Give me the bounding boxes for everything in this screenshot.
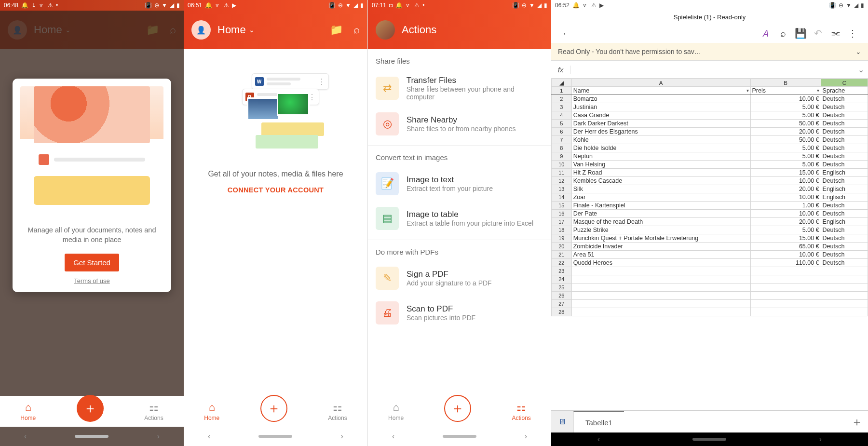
cell-lang[interactable]: Deutsch — [821, 136, 868, 144]
table-row[interactable]: 4 Casa Grande 5.00 € Deutsch — [552, 111, 868, 120]
cell-lang[interactable]: Deutsch — [821, 95, 868, 103]
cell[interactable] — [571, 275, 750, 284]
cell-price[interactable]: 5.00 € — [750, 144, 821, 152]
filter-icon[interactable]: ▾ — [746, 88, 749, 93]
nav-actions[interactable]: ⚏ Actions — [328, 401, 347, 421]
table-row[interactable]: 5 Dark Darker Darkest 50.00 € Deutsch — [552, 120, 868, 128]
action-sign-pdf[interactable]: ✎ Sign a PDF Add your signature to a PDF — [368, 261, 551, 296]
rownum[interactable]: 11 — [552, 169, 572, 177]
rownum[interactable]: 24 — [552, 275, 572, 284]
table-row[interactable]: 20 Zombicide Invader 65.00 € Deutsch — [552, 243, 868, 251]
table-row[interactable]: 19 Munchkin Quest + Portale Mortale Erwe… — [552, 234, 868, 243]
undo-icon[interactable]: ↶ — [809, 27, 827, 39]
back-icon[interactable]: ‹ — [24, 432, 27, 441]
rownum[interactable]: 2 — [552, 95, 572, 103]
cell[interactable] — [750, 275, 821, 284]
rownum[interactable]: 19 — [552, 234, 572, 243]
cell-name[interactable]: Die holde Isolde — [571, 144, 750, 152]
nav-home[interactable]: ⌂ Home — [388, 401, 404, 421]
table-row[interactable]: 26 — [552, 292, 868, 300]
cell-price[interactable]: 5.00 € — [750, 161, 821, 169]
cell-price[interactable]: 5.00 € — [750, 226, 821, 234]
cell[interactable] — [821, 267, 868, 275]
home-pill[interactable] — [692, 438, 726, 441]
recent-icon[interactable]: › — [341, 432, 343, 441]
filter-icon[interactable]: ▾ — [817, 88, 819, 93]
share-icon[interactable]: ⫘ — [827, 28, 844, 39]
rownum[interactable]: 1 — [552, 87, 572, 95]
cell-price[interactable]: 110.00 € — [750, 259, 821, 267]
table-row[interactable]: 22 Quodd Heroes 110.00 € Deutsch — [552, 259, 868, 267]
nav-home[interactable]: ⌂ Home — [20, 401, 36, 421]
cell-lang[interactable]: Englisch — [821, 218, 868, 226]
table-row[interactable]: 10 Van Helsing 5.00 € Deutsch — [552, 161, 868, 169]
cell-name[interactable]: Hit Z Road — [571, 169, 750, 177]
cell-lang[interactable]: Deutsch — [821, 251, 868, 259]
cell-lang[interactable]: Deutsch — [821, 152, 868, 161]
cell-name[interactable]: Der Pate — [571, 210, 750, 218]
sheet-view-icon[interactable]: 🖥 — [551, 411, 573, 433]
cell-name[interactable]: Justinian — [571, 103, 750, 111]
cell-name[interactable]: Casa Grande — [571, 111, 750, 120]
cell-name[interactable]: Quodd Heroes — [571, 259, 750, 267]
cell[interactable] — [821, 284, 868, 292]
cell-lang[interactable]: Deutsch — [821, 161, 868, 169]
back-icon[interactable]: ‹ — [597, 435, 600, 444]
cell-price[interactable]: 10.00 € — [750, 193, 821, 202]
table-row[interactable]: 3 Justinian 5.00 € Deutsch — [552, 103, 868, 111]
rownum[interactable]: 5 — [552, 120, 572, 128]
table-row[interactable]: 21 Area 51 10.00 € Deutsch — [552, 251, 868, 259]
expand-icon[interactable]: ⌄ — [854, 65, 868, 74]
header-name[interactable]: Name▾ — [571, 87, 750, 95]
recent-icon[interactable]: › — [525, 432, 527, 441]
cell-price[interactable]: 10.00 € — [750, 251, 821, 259]
cell-name[interactable]: Dark Darker Darkest — [571, 120, 750, 128]
cell-name[interactable]: Zombicide Invader — [571, 243, 750, 251]
table-row[interactable]: 25 — [552, 284, 868, 292]
rownum[interactable]: 20 — [552, 243, 572, 251]
rownum[interactable]: 7 — [552, 136, 572, 144]
table-row[interactable]: 27 — [552, 300, 868, 308]
rownum[interactable]: 18 — [552, 226, 572, 234]
rownum[interactable]: 6 — [552, 128, 572, 136]
sheet-tab-1[interactable]: Tabelle1 — [573, 411, 624, 433]
spreadsheet-grid[interactable]: ◢ A B C 1 Name▾ Preis▾ Sprache 2 Bomarzo… — [551, 79, 868, 316]
cell[interactable] — [750, 284, 821, 292]
save-icon[interactable]: 💾 — [792, 27, 809, 39]
cell-name[interactable]: Munchkin Quest + Portale Mortale Erweite… — [571, 234, 750, 243]
header-price[interactable]: Preis▾ — [750, 87, 821, 95]
cell-price[interactable]: 10.00 € — [750, 177, 821, 185]
connect-account-link[interactable]: CONNECT YOUR ACCOUNT — [228, 186, 324, 194]
fab-create[interactable]: ＋ — [444, 395, 471, 422]
cell-price[interactable]: 10.00 € — [750, 210, 821, 218]
cell[interactable] — [571, 267, 750, 275]
cell-lang[interactable]: Deutsch — [821, 259, 868, 267]
cell-lang[interactable]: Deutsch — [821, 128, 868, 136]
readonly-banner[interactable]: Read Only - You don't have permission to… — [551, 43, 868, 60]
rownum[interactable]: 9 — [552, 152, 572, 161]
more-icon[interactable]: ⋮ — [844, 27, 861, 39]
cell-price[interactable]: 65.00 € — [750, 243, 821, 251]
home-pill[interactable] — [443, 435, 476, 438]
col-A[interactable]: A — [571, 79, 750, 87]
table-row[interactable]: 15 Finale - Kartenspiel 1.00 € Deutsch — [552, 202, 868, 210]
action-scan-pdf[interactable]: 🖨 Scan to PDF Scan pictures into PDF — [368, 296, 551, 330]
cell-price[interactable]: 15.00 € — [750, 234, 821, 243]
table-row[interactable]: 28 — [552, 308, 868, 316]
cell-lang[interactable]: Englisch — [821, 185, 868, 193]
table-row[interactable]: 14 Zoar 10.00 € Englisch — [552, 193, 868, 202]
table-row[interactable]: 8 Die holde Isolde 5.00 € Deutsch — [552, 144, 868, 152]
cell-name[interactable]: Zoar — [571, 193, 750, 202]
cell-name[interactable]: Der Herr des Eisgartens — [571, 128, 750, 136]
cell[interactable] — [571, 308, 750, 316]
table-row[interactable]: 6 Der Herr des Eisgartens 20.00 € Deutsc… — [552, 128, 868, 136]
cell[interactable] — [821, 308, 868, 316]
cell-name[interactable]: Kembles Cascade — [571, 177, 750, 185]
rownum[interactable]: 13 — [552, 185, 572, 193]
action-transfer-files[interactable]: ⇄ Transfer Files Share files between you… — [368, 70, 551, 107]
back-arrow-icon[interactable]: ← — [558, 28, 575, 39]
cell-lang[interactable]: Deutsch — [821, 144, 868, 152]
action-image-to-table[interactable]: ▤ Image to table Extract a table from yo… — [368, 201, 551, 236]
rownum[interactable]: 17 — [552, 218, 572, 226]
profile-avatar[interactable] — [376, 20, 395, 40]
